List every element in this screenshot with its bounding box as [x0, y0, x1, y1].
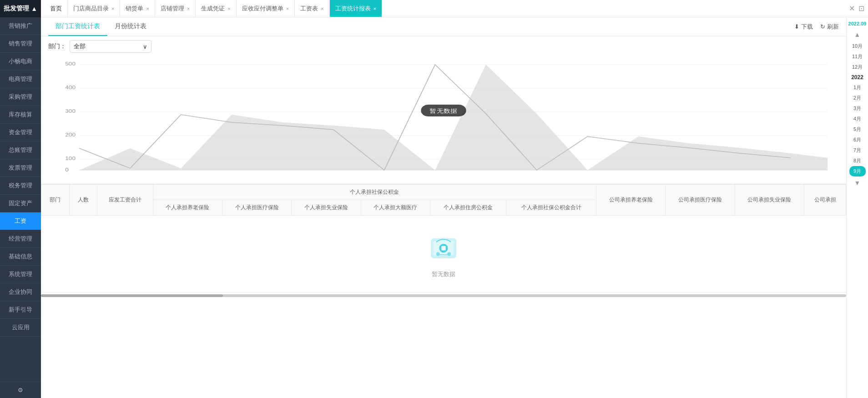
svg-point-19	[436, 252, 440, 256]
sidebar-item-xsyd[interactable]: 新手引导	[0, 301, 41, 319]
sidebar-item-jygl[interactable]: 经营管理	[0, 230, 41, 248]
sidebar-item-qytx[interactable]: 企业协同	[0, 283, 41, 301]
refresh-icon: ↻	[820, 23, 825, 30]
area-chart: 500 400 300 200 100 0	[48, 60, 839, 174]
tab-bar: 首页 门店商品目录 × 销货单 × 店铺管理 × 生成凭证 × 应收应付调整单 …	[41, 0, 868, 17]
tab-close-payroll[interactable]: ×	[321, 6, 323, 11]
toolbar-left: 部门： 全部 ∨	[48, 40, 151, 53]
svg-rect-18	[441, 246, 446, 251]
svg-text:暂无数据: 暂无数据	[429, 108, 458, 114]
tab-collapse-icon[interactable]: ✕	[849, 4, 855, 13]
sidebar-item-xtgl[interactable]: 系统管理	[0, 266, 41, 283]
th-total-salary: 应发工资合计	[97, 185, 153, 216]
sidebar-item-cggl[interactable]: 采购管理	[0, 88, 41, 106]
sidebar-item-fpgl[interactable]: 发票管理	[0, 159, 41, 177]
dept-label: 部门：	[48, 42, 66, 50]
timeline-date-label: 2022.09	[847, 19, 868, 28]
table-area: 部门 人数 应发工资合计 个人承担社保公积金 公司承担养老保险 公司承担医疗保险…	[41, 184, 846, 398]
timeline-year-2022: 2022	[847, 72, 868, 82]
scroll-thumb[interactable]	[41, 294, 223, 297]
svg-text:100: 100	[65, 156, 76, 161]
sidebar-item-yxtt[interactable]: 营销推广	[0, 17, 41, 35]
horizontal-scrollbar[interactable]	[41, 292, 846, 299]
timeline-may[interactable]: 5月	[847, 124, 868, 135]
inner-tab-bar: 部门工资统计表 月份统计表 ⬇ 下载 ↻ 刷新	[41, 17, 846, 36]
tab-payroll[interactable]: 工资表 ×	[295, 0, 329, 17]
th-headcount: 人数	[69, 185, 97, 216]
timeline-aug[interactable]: 8月	[847, 156, 868, 166]
timeline-feb[interactable]: 2月	[847, 93, 868, 103]
svg-marker-12	[79, 65, 828, 170]
sidebar-item-zjgl[interactable]: 资金管理	[0, 124, 41, 141]
tab-close-ar-ap[interactable]: ×	[286, 6, 289, 11]
dept-select[interactable]: 全部 ∨	[70, 40, 151, 53]
timeline-jul[interactable]: 7月	[847, 145, 868, 156]
timeline-sep[interactable]: 9月	[849, 166, 866, 176]
sidebar-item-xcdss[interactable]: 小畅电商	[0, 53, 41, 71]
th-company-pension: 公司承担养老保险	[596, 185, 666, 216]
content-area: 部门工资统计表 月份统计表 ⬇ 下载 ↻ 刷新	[41, 17, 868, 398]
sidebar-settings[interactable]: ⚙	[0, 382, 41, 398]
tab-restore-icon[interactable]: ⊡	[858, 4, 864, 13]
tab-close-store-catalog[interactable]: ×	[111, 6, 114, 11]
tab-close-sales[interactable]: ×	[146, 6, 149, 11]
tab-sales[interactable]: 销货单 ×	[120, 0, 155, 17]
tab-close-payroll-report[interactable]: ×	[373, 6, 376, 11]
chart-area: 500 400 300 200 100 0	[41, 56, 846, 184]
sidebar-item-swgl[interactable]: 税务管理	[0, 177, 41, 195]
th-personal-unemployment: 个人承担失业保险	[292, 200, 361, 216]
timeline-oct[interactable]: 10月	[847, 41, 868, 51]
timeline-dec[interactable]: 12月	[847, 62, 868, 72]
dept-filter-bar: 部门： 全部 ∨	[41, 36, 846, 56]
svg-text:500: 500	[65, 61, 76, 66]
tab-voucher[interactable]: 生成凭证 ×	[196, 0, 236, 17]
th-personal-housing: 个人承担住房公积金	[430, 200, 506, 216]
th-personal-pension: 个人承担养老保险	[153, 200, 222, 216]
th-personal-major-medical: 个人承担大额医疗	[361, 200, 430, 216]
tab-store-catalog[interactable]: 门店商品目录 ×	[68, 0, 120, 17]
svg-text:300: 300	[65, 108, 76, 114]
svg-text:400: 400	[65, 85, 76, 90]
timeline-jan[interactable]: 1月	[847, 82, 868, 93]
tab-bar-end: ✕ ⊡	[849, 4, 864, 13]
timeline-apr[interactable]: 4月	[847, 114, 868, 124]
empty-icon	[425, 229, 462, 266]
sidebar-item-zzgl[interactable]: 总账管理	[0, 141, 41, 159]
sidebar-item-jcxx[interactable]: 基础信息	[0, 248, 41, 266]
timeline-up-button[interactable]: ▲	[852, 29, 863, 40]
page-content: 部门工资统计表 月份统计表 ⬇ 下载 ↻ 刷新	[41, 17, 846, 398]
tab-store-mgmt[interactable]: 店铺管理 ×	[155, 0, 196, 17]
refresh-button[interactable]: ↻ 刷新	[820, 23, 839, 31]
sidebar-header: 批发管理 ▲	[0, 0, 41, 17]
th-company-unemployment: 公司承担失业保险	[735, 185, 804, 216]
sidebar-item-dssgl[interactable]: 电商管理	[0, 71, 41, 88]
sidebar-item-gdzc[interactable]: 固定资产	[0, 195, 41, 212]
timeline-mar[interactable]: 3月	[847, 103, 868, 114]
sidebar-item-kchs[interactable]: 库存核算	[0, 106, 41, 124]
sidebar-toggle-icon[interactable]: ▲	[31, 5, 37, 12]
timeline-nov[interactable]: 11月	[847, 51, 868, 62]
tab-dept-stats[interactable]: 部门工资统计表	[48, 17, 107, 36]
timeline-down-button[interactable]: ▼	[852, 177, 863, 188]
sidebar-item-xsgl[interactable]: 销售管理	[0, 35, 41, 53]
tab-home[interactable]: 首页	[45, 0, 68, 17]
th-personal-group: 个人承担社保公积金	[153, 185, 596, 200]
tab-payroll-report[interactable]: 工资统计报表 ×	[330, 0, 382, 17]
scroll-track[interactable]	[41, 294, 846, 297]
sidebar-item-gz[interactable]: 工资	[0, 212, 41, 230]
timeline-sidebar: 2022.09 ▲ 10月 11月 12月 2022 1月 2月 3月 4月 5…	[846, 17, 868, 398]
download-button[interactable]: ⬇ 下载	[794, 23, 813, 31]
tab-close-store-mgmt[interactable]: ×	[187, 6, 190, 11]
tab-ar-ap[interactable]: 应收应付调整单 ×	[237, 0, 295, 17]
svg-point-20	[447, 252, 451, 256]
sidebar-item-yyyy[interactable]: 云应用	[0, 319, 41, 337]
sidebar-title: 批发管理	[4, 5, 29, 13]
svg-text:0: 0	[65, 167, 69, 172]
th-personal-medical: 个人承担医疗保险	[222, 200, 291, 216]
sidebar: 批发管理 ▲ 营销推广 销售管理 小畅电商 电商管理 采购管理 库存核算 资金管…	[0, 0, 41, 398]
tab-close-voucher[interactable]: ×	[227, 6, 230, 11]
main-area: 首页 门店商品目录 × 销货单 × 店铺管理 × 生成凭证 × 应收应付调整单 …	[41, 0, 868, 398]
timeline-jun[interactable]: 6月	[847, 135, 868, 145]
tab-month-stats[interactable]: 月份统计表	[107, 17, 154, 36]
th-company-other: 公司承担	[804, 185, 846, 216]
